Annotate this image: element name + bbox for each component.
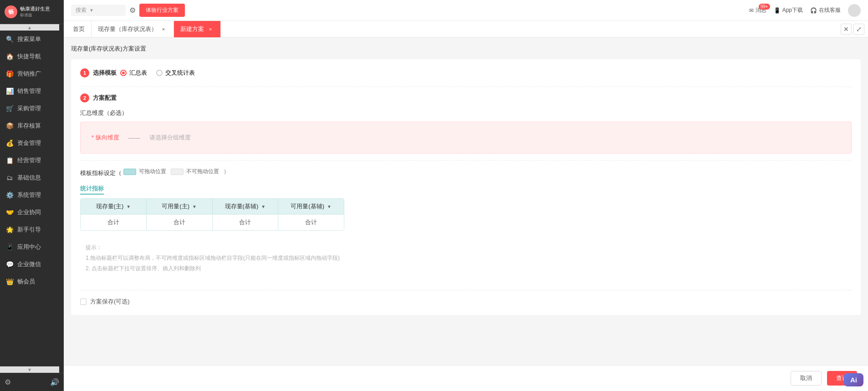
- app-download-label: App下载: [782, 6, 803, 14]
- legend-non-draggable-box: [171, 169, 184, 175]
- dimension-required-area[interactable]: * 纵向维度 —— 请选择分组维度: [80, 122, 852, 154]
- sidebar-bottom: ⚙ 🔊: [0, 373, 64, 391]
- save-scheme-checkbox[interactable]: [80, 298, 87, 305]
- sidebar-item-quicknav[interactable]: 🏠 快捷导航: [0, 48, 64, 65]
- online-service-action[interactable]: 🎧 在线客服: [810, 6, 841, 14]
- message-badge: 99+: [759, 4, 770, 10]
- sidebar-item-wechat[interactable]: 💬 企业微信: [0, 256, 64, 273]
- app-name: 畅康通好生意: [20, 5, 50, 12]
- legend-non-draggable: 不可拖动位置: [171, 168, 219, 175]
- tip-title: 提示：: [86, 243, 846, 252]
- topbar: 搜索 ▼ ⚙ 体验行业方案 ✉ 消息 99+ 📱 App下载 🎧 在线客服: [64, 0, 868, 21]
- dimension-placeholder: 请选择分组维度: [149, 134, 191, 142]
- tab-close-btn[interactable]: ✕: [841, 24, 852, 35]
- sidebar-scroll-down[interactable]: ▼: [0, 366, 59, 373]
- sidebar-item-finance[interactable]: 💰 资金管理: [0, 134, 64, 152]
- tab-new-scheme-close[interactable]: ×: [207, 26, 214, 33]
- trial-industry-button[interactable]: 体验行业方案: [139, 4, 185, 17]
- page-title: 现存量(库存状况表)方案设置: [71, 45, 861, 53]
- sidebar-item-label: 畅会员: [17, 278, 35, 286]
- indicator-label: 模板指标设定（ 可拖动位置 不可拖动位置 ）: [80, 168, 852, 180]
- app-download-action[interactable]: 📱 App下载: [774, 6, 803, 14]
- topbar-left: 搜索 ▼ ⚙ 体验行业方案: [71, 4, 744, 17]
- sidebar-item-label: 库存核算: [17, 122, 41, 130]
- search-box[interactable]: 搜索 ▼: [71, 5, 126, 16]
- step1-header: 1 选择模板 汇总表 交叉统计表: [80, 68, 852, 77]
- tab-inventory-label: 现存量（库存状况表）: [98, 25, 157, 33]
- sound-icon[interactable]: 🔊: [50, 378, 59, 386]
- headset-icon: 🎧: [810, 7, 817, 14]
- footer-bar: 取消 查询: [64, 365, 868, 391]
- step2-badge: 2: [80, 93, 89, 103]
- sidebar-scroll-up[interactable]: ▲: [0, 24, 59, 31]
- sidebar-item-guide[interactable]: 🌟 新手引导: [0, 221, 64, 238]
- stats-cell-3: 合计: [213, 215, 279, 230]
- radio-summary-circle: [120, 70, 127, 76]
- stats-col-4-label: 可用量(基辅): [291, 202, 324, 211]
- stats-col-1[interactable]: 现存量(主) ▼: [81, 199, 147, 214]
- tab-home[interactable]: 首页: [64, 21, 92, 37]
- sidebar-item-label: 资金管理: [17, 139, 41, 147]
- chat-icon: 💬: [5, 260, 14, 268]
- sidebar-item-apps[interactable]: 📱 应用中心: [0, 238, 64, 256]
- legend-draggable-text: 可拖动位置: [139, 168, 166, 175]
- tab-expand-btn[interactable]: ⤢: [853, 24, 864, 35]
- stats-col-1-chevron[interactable]: ▼: [126, 204, 131, 209]
- tab-new-scheme[interactable]: 新建方案 ×: [174, 21, 221, 37]
- stats-col-3[interactable]: 现存量(基辅) ▼: [213, 199, 279, 214]
- sidebar-item-search[interactable]: 🔍 搜索菜单: [0, 31, 64, 48]
- chart-icon: 📊: [5, 87, 14, 95]
- sidebar-item-marketing[interactable]: 🎁 营销推广: [0, 65, 64, 82]
- stats-col-4[interactable]: 可用量(基辅) ▼: [278, 199, 344, 214]
- money-icon: 💰: [5, 139, 14, 147]
- ai-badge[interactable]: Ai: [844, 373, 863, 386]
- tips-section: 提示： 1.拖动标题栏可以调整布局，不可跨维度或指标区域拖动栏目字段(只能在同一…: [80, 238, 852, 281]
- sidebar-item-label: 快捷导航: [17, 52, 41, 61]
- tabs-bar: 首页 现存量（库存状况表） × 新建方案 × ✕ ⤢: [64, 21, 868, 37]
- tab-new-scheme-label: 新建方案: [180, 25, 204, 33]
- message-icon: ✉: [749, 7, 754, 14]
- sidebar-item-purchase[interactable]: 🛒 采购管理: [0, 100, 64, 117]
- tab-inventory-status[interactable]: 现存量（库存状况表） ×: [92, 21, 174, 37]
- divider-3: [80, 290, 852, 290]
- stats-col-2-chevron[interactable]: ▼: [192, 204, 197, 209]
- sidebar-item-basic[interactable]: 🗂 基础信息: [0, 169, 64, 186]
- divider-1: [80, 87, 852, 87]
- handshake-icon: 🤝: [5, 208, 14, 216]
- home-icon: 🏠: [5, 52, 14, 61]
- step1-section: 1 选择模板 汇总表 交叉统计表: [80, 68, 852, 77]
- sidebar-item-operations[interactable]: 📋 经营管理: [0, 152, 64, 169]
- sidebar-item-inventory[interactable]: 📦 库存核算: [0, 117, 64, 134]
- search-input-placeholder: 搜索: [76, 6, 87, 14]
- stats-table: 现存量(主) ▼ 可用量(主) ▼ 现存量(基辅) ▼: [80, 198, 344, 231]
- legend-non-draggable-text: 不可拖动位置: [186, 168, 219, 175]
- sidebar-item-sales[interactable]: 📊 销售管理: [0, 82, 64, 100]
- dimension-required-text: * 纵向维度: [92, 134, 119, 142]
- sidebar-item-label: 新手引导: [17, 226, 41, 234]
- message-action[interactable]: ✉ 消息 99+: [749, 6, 766, 14]
- radio-summary[interactable]: 汇总表: [120, 69, 147, 77]
- chevron-down-icon: ▼: [89, 8, 94, 13]
- radio-cross[interactable]: 交叉统计表: [156, 69, 195, 77]
- cancel-button[interactable]: 取消: [791, 371, 822, 386]
- user-avatar[interactable]: [848, 4, 861, 17]
- topbar-settings-icon[interactable]: ⚙: [129, 6, 136, 15]
- sidebar-item-system[interactable]: ⚙️ 系统管理: [0, 186, 64, 204]
- settings-bottom-icon[interactable]: ⚙: [5, 378, 11, 386]
- star-icon: 🌟: [5, 226, 14, 234]
- dimension-label: 汇总维度（必选）: [80, 109, 852, 117]
- stats-col-4-chevron[interactable]: ▼: [327, 204, 332, 209]
- sidebar-item-label: 销售管理: [17, 87, 41, 95]
- legend-draggable: 可拖动位置: [123, 168, 166, 175]
- stats-col-2[interactable]: 可用量(主) ▼: [147, 199, 213, 214]
- sidebar-item-cooperation[interactable]: 🤝 企业协同: [0, 204, 64, 221]
- save-scheme-label: 方案保存(可选): [90, 298, 130, 306]
- tab-inventory-close[interactable]: ×: [160, 26, 167, 33]
- stats-col-3-chevron[interactable]: ▼: [261, 204, 266, 209]
- step2-header: 2 方案配置: [80, 93, 852, 103]
- step2-title: 方案配置: [93, 94, 117, 102]
- sidebar-item-label: 营销推广: [17, 70, 41, 78]
- sidebar-item-member[interactable]: 👑 畅会员: [0, 273, 64, 290]
- main-area: 搜索 ▼ ⚙ 体验行业方案 ✉ 消息 99+ 📱 App下载 🎧 在线客服: [64, 0, 868, 391]
- app-version: 标准版: [20, 12, 50, 18]
